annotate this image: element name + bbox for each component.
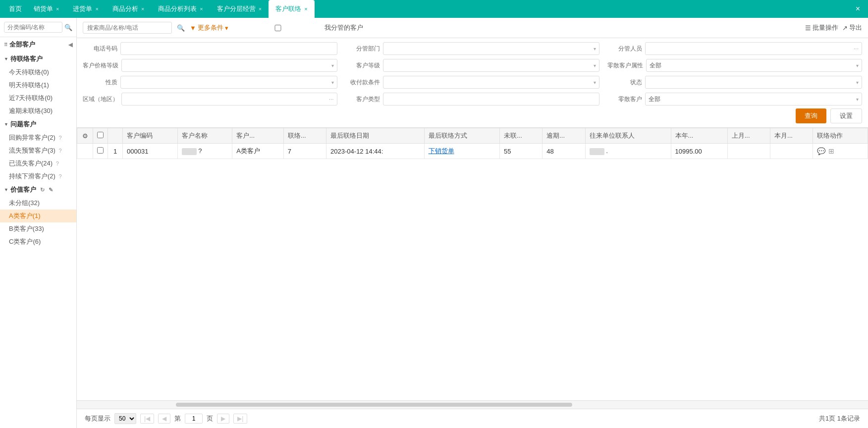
- help-icon-2[interactable]: ?: [59, 148, 62, 154]
- tab-analysis-list[interactable]: 商品分析列表 ×: [151, 0, 210, 18]
- sidebar-item-a-class[interactable]: A类客户(1): [0, 210, 76, 222]
- help-icon-3[interactable]: ?: [56, 160, 59, 166]
- price-level-select[interactable]: ▾: [121, 59, 337, 72]
- close-purchase-tab[interactable]: ×: [95, 6, 98, 12]
- filter-grid: 电话号码 分管部门 ▾ 分管人员 ···: [83, 42, 862, 106]
- th-actions: 联络动作: [813, 128, 868, 144]
- select-all-checkbox[interactable]: [97, 132, 104, 138]
- sidebar-item-churned[interactable]: 已流失客户(24) ?: [0, 157, 76, 170]
- td-last-method[interactable]: 下销货单: [424, 144, 499, 159]
- td-overdue: 48: [542, 144, 585, 159]
- triangle-icon: ▼: [4, 56, 8, 61]
- retail-select[interactable]: 全部 ▾: [645, 93, 862, 106]
- sidebar-group-value[interactable]: ▼ 价值客户 ↻ ✎: [0, 183, 76, 197]
- tab-purchase[interactable]: 进货单 ×: [66, 0, 105, 18]
- customer-level-select[interactable]: ▾: [383, 59, 600, 72]
- horizontal-scrollbar[interactable]: [77, 400, 868, 409]
- first-page-button[interactable]: |◀: [140, 414, 154, 424]
- prev-page-button[interactable]: ◀: [158, 414, 170, 424]
- edit-icon[interactable]: ✎: [49, 187, 53, 193]
- sidebar-search-input[interactable]: [4, 22, 62, 33]
- tab-analysis[interactable]: 商品分析 ×: [106, 0, 151, 18]
- per-page-select[interactable]: 50: [114, 413, 136, 424]
- manager-select[interactable]: ···: [645, 42, 862, 55]
- filter-row-price-level: 客户价格等级 ▾: [83, 59, 337, 72]
- help-icon-1[interactable]: ?: [59, 135, 62, 141]
- page-number-input[interactable]: [185, 414, 203, 424]
- sidebar-item-repurchase[interactable]: 回购异常客户(2) ?: [0, 131, 76, 144]
- retail-label: 零散客户: [607, 95, 642, 104]
- td-checkbox[interactable]: [93, 144, 108, 159]
- close-all-button[interactable]: ×: [852, 4, 864, 13]
- search-input[interactable]: [83, 22, 172, 34]
- nature-select[interactable]: ▾: [120, 76, 337, 89]
- manager-label: 分管人员: [607, 45, 642, 53]
- close-analysis-tab[interactable]: ×: [141, 6, 144, 12]
- close-customer-segment-tab[interactable]: ×: [259, 6, 262, 12]
- batch-op-button[interactable]: ☰ 批量操作: [805, 23, 838, 32]
- th-name: 客户名称: [177, 128, 232, 144]
- close-analysis-list-tab[interactable]: ×: [200, 6, 203, 12]
- more-filters-button[interactable]: ▼ 更多条件 ▾: [190, 23, 228, 32]
- sidebar-item-ungroup[interactable]: 未分组(32): [0, 197, 76, 210]
- tab-customer-contact[interactable]: 客户联络 ×: [269, 0, 314, 18]
- page-label: 第: [174, 414, 181, 423]
- last-method-link[interactable]: 下销货单: [429, 147, 454, 155]
- scroll-thumb[interactable]: [176, 403, 572, 407]
- sidebar-item-overdue[interactable]: 逾期未联络(30): [0, 105, 76, 117]
- setting-button[interactable]: 设置: [830, 108, 862, 123]
- payment-select[interactable]: ▾: [383, 76, 600, 89]
- th-contact-person: 往来单位联系人: [585, 128, 671, 144]
- sidebar-item-b-class[interactable]: B类客户(33): [0, 222, 76, 235]
- filter-row-nature: 性质 ▾: [83, 76, 337, 89]
- sidebar-search-icon[interactable]: 🔍: [64, 24, 72, 31]
- triangle-icon-2: ▼: [4, 122, 8, 127]
- region-dots-icon[interactable]: ···: [329, 96, 334, 103]
- export-button[interactable]: ↗ 导出: [842, 23, 862, 32]
- contact-person-text: .: [606, 147, 608, 155]
- filter-search-icon[interactable]: 🔍: [177, 24, 185, 32]
- customer-type-input[interactable]: [383, 93, 600, 106]
- sidebar-item-tomorrow[interactable]: 明天待联络(1): [0, 79, 76, 92]
- refresh-icon[interactable]: ↻: [40, 187, 45, 193]
- manager-dots-icon[interactable]: ···: [854, 45, 859, 52]
- dept-select[interactable]: ▾: [383, 42, 600, 55]
- retail-attr-select[interactable]: 全部 ▾: [646, 59, 862, 72]
- phone-input[interactable]: [120, 42, 337, 55]
- close-sales-tab[interactable]: ×: [56, 6, 59, 12]
- table-area: ⚙ 客户编码 客户名称 客户... 联络... 最后联络日期 最后联络方式 未联…: [77, 128, 868, 400]
- grid-icon[interactable]: ⊞: [828, 147, 834, 155]
- sidebar-group-pending[interactable]: ▼ 待联络客户: [0, 52, 76, 66]
- help-icon-4[interactable]: ?: [59, 173, 62, 179]
- th-last-month: 上月...: [727, 128, 770, 144]
- th-checkbox[interactable]: [93, 128, 108, 144]
- sidebar-item-declining[interactable]: 持续下滑客户(2) ?: [0, 170, 76, 183]
- th-num: [108, 128, 123, 144]
- th-last-date: 最后联络日期: [326, 128, 425, 144]
- my-customers-checkbox[interactable]: [233, 25, 323, 31]
- last-page-button[interactable]: ▶|: [233, 414, 247, 424]
- next-page-button[interactable]: ▶: [217, 414, 229, 424]
- td-contact: 7: [283, 144, 326, 159]
- td-name[interactable]: ?: [177, 144, 232, 159]
- tab-customer-segment[interactable]: 客户分层经营 ×: [210, 0, 269, 18]
- sidebar-item-today[interactable]: 今天待联络(0): [0, 66, 76, 79]
- sidebar-all-customers[interactable]: ⠿ 全部客户 ◀: [0, 37, 76, 52]
- status-select[interactable]: ▾: [645, 76, 862, 89]
- sidebar-item-churn-warning[interactable]: 流失预警客户(3) ?: [0, 144, 76, 157]
- tab-sales[interactable]: 销货单 ×: [27, 0, 66, 18]
- close-customer-contact-tab[interactable]: ×: [304, 6, 307, 12]
- th-code: 客户编码: [123, 128, 178, 144]
- filter-row-phone: 电话号码: [83, 42, 337, 55]
- nav-home[interactable]: 首页: [4, 0, 27, 18]
- row-checkbox[interactable]: [97, 147, 104, 154]
- sidebar-item-c-class[interactable]: C类客户(6): [0, 235, 76, 248]
- sidebar-item-7days[interactable]: 近7天待联络(0): [0, 92, 76, 105]
- th-settings[interactable]: ⚙: [77, 128, 93, 144]
- td-no-contact: 55: [499, 144, 542, 159]
- query-button[interactable]: 查询: [796, 108, 826, 123]
- th-overdue: 逾期...: [542, 128, 585, 144]
- chat-icon[interactable]: 💬: [817, 147, 825, 155]
- sidebar-group-problem[interactable]: ▼ 问题客户: [0, 117, 76, 131]
- region-select[interactable]: ···: [121, 93, 337, 106]
